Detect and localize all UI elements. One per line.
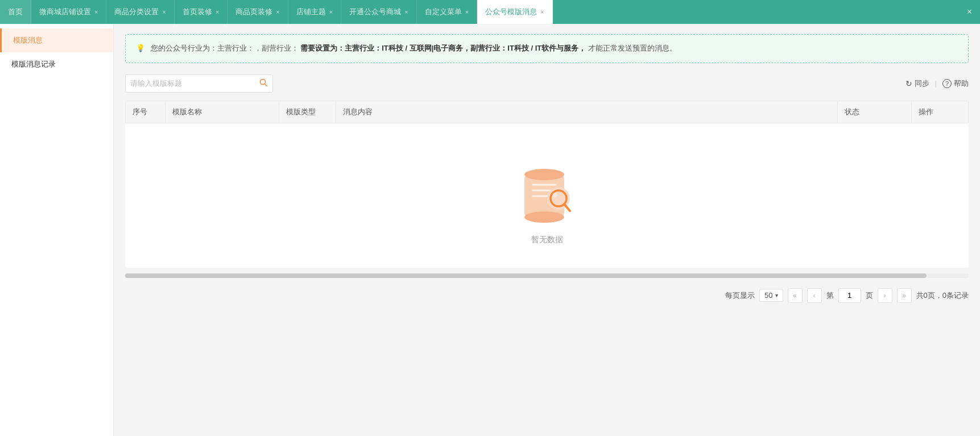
- col-header-op: 操作: [912, 101, 969, 123]
- nav-tab-custom-menu-label: 自定义菜单: [425, 7, 462, 17]
- scroll-track: [125, 273, 969, 278]
- nav-tab-home-decor[interactable]: 首页装修 ×: [175, 0, 228, 24]
- empty-text: 暂无数据: [126, 235, 969, 245]
- sync-label: 同步: [915, 78, 929, 89]
- col-header-content: 消息内容: [336, 101, 838, 123]
- nav-tab-category-settings-close[interactable]: ×: [162, 9, 166, 15]
- help-button[interactable]: ? 帮助: [942, 78, 969, 89]
- first-icon: «: [793, 292, 797, 300]
- data-table: 序号 模版名称 模版类型 消息内容 状态 操作: [125, 101, 969, 268]
- nav-tab-product-decor-label: 商品页装修: [235, 7, 272, 17]
- page-size-value: 50: [764, 291, 772, 300]
- nav-tab-store-theme[interactable]: 店铺主题 ×: [288, 0, 341, 24]
- nav-tab-store-settings[interactable]: 微商城店铺设置 ×: [31, 0, 106, 24]
- sidebar: 模版消息 模版消息记录: [0, 24, 114, 436]
- first-page-button[interactable]: «: [788, 288, 803, 303]
- search-input-wrap[interactable]: [125, 74, 273, 93]
- prev-icon: ‹: [813, 292, 816, 300]
- svg-point-12: [553, 193, 557, 197]
- search-input[interactable]: [130, 79, 257, 88]
- notice-box: 💡 您的公众号行业为：主营行业：，副营行业： 需要设置为：主营行业：IT科技 /…: [125, 34, 969, 63]
- nav-tab-category-settings[interactable]: 商品分类设置 ×: [106, 0, 174, 24]
- notice-prefix: 您的公众号行业为：主营行业：，副营行业：: [151, 44, 299, 52]
- help-icon: ?: [942, 79, 952, 88]
- svg-point-5: [524, 211, 564, 223]
- sync-icon: ↻: [905, 79, 912, 88]
- scroll-thumb: [125, 273, 927, 278]
- nav-tab-store-theme-label: 店铺主题: [296, 7, 326, 17]
- page-size-label: 每页显示: [725, 290, 755, 301]
- col-header-seq: 序号: [126, 101, 166, 123]
- nav-tab-open-mall-label: 开通公众号商城: [349, 7, 401, 17]
- svg-line-1: [265, 84, 267, 86]
- nav-tab-home-decor-label: 首页装修: [183, 7, 212, 17]
- page-prefix: 第: [826, 290, 834, 301]
- table-header-row: 序号 模版名称 模版类型 消息内容 状态 操作: [126, 101, 969, 123]
- last-icon: »: [902, 292, 906, 300]
- page-size-select[interactable]: 50 ▾: [759, 289, 783, 302]
- nav-tab-product-decor-close[interactable]: ×: [276, 9, 279, 15]
- notice-highlight: 需要设置为：主营行业：IT科技 / 互联网|电子商务，副营行业：IT科技 / I…: [300, 44, 586, 52]
- nav-tab-store-theme-close[interactable]: ×: [329, 9, 333, 15]
- toolbar-right: ↻ 同步 | ? 帮助: [905, 78, 969, 89]
- pagination-bar: 每页显示 50 ▾ « ‹ 第 页 › » 共0页，0条记录: [125, 280, 969, 305]
- top-nav: 首页 微商城店铺设置 × 商品分类设置 × 首页装修 × 商品页装修 × 店铺主…: [0, 0, 980, 24]
- next-page-button[interactable]: ›: [878, 288, 892, 303]
- next-icon: ›: [884, 292, 886, 300]
- col-header-status: 状态: [838, 101, 912, 123]
- nav-tab-template-msg-label: 公众号模版消息: [485, 7, 537, 17]
- content-area: 💡 您的公众号行业为：主营行业：，副营行业： 需要设置为：主营行业：IT科技 /…: [114, 24, 980, 436]
- page-unit: 页: [866, 290, 873, 301]
- search-bar: ↻ 同步 | ? 帮助: [125, 74, 969, 93]
- nav-tab-product-decor[interactable]: 商品页装修 ×: [228, 0, 288, 24]
- svg-point-4: [524, 169, 564, 180]
- empty-state: 暂无数据: [126, 123, 969, 268]
- close-all-button[interactable]: ×: [959, 7, 980, 17]
- notice-icon: 💡: [136, 44, 145, 52]
- nav-tab-open-mall-close[interactable]: ×: [404, 9, 408, 15]
- sync-button[interactable]: ↻ 同步: [905, 78, 929, 89]
- page-number-input[interactable]: [838, 288, 861, 303]
- nav-tab-open-mall[interactable]: 开通公众号商城 ×: [341, 0, 416, 24]
- nav-tab-category-settings-label: 商品分类设置: [114, 7, 159, 17]
- sidebar-item-template-msg-record-label: 模版消息记录: [11, 60, 56, 68]
- sidebar-item-template-msg-label: 模版消息: [13, 36, 43, 44]
- nav-tab-custom-menu[interactable]: 自定义菜单 ×: [417, 0, 477, 24]
- nav-tab-store-settings-close[interactable]: ×: [94, 9, 98, 15]
- sidebar-item-template-msg-record[interactable]: 模版消息记录: [0, 52, 113, 76]
- last-page-button[interactable]: »: [897, 288, 912, 303]
- page-total: 共0页，0条记录: [916, 290, 969, 301]
- sidebar-item-template-msg[interactable]: 模版消息: [0, 28, 113, 52]
- empty-state-row: 暂无数据: [126, 123, 969, 268]
- col-header-type: 模版类型: [279, 101, 336, 123]
- nav-tab-template-msg[interactable]: 公众号模版消息 ×: [477, 0, 552, 24]
- nav-tab-template-msg-close[interactable]: ×: [540, 9, 544, 15]
- nav-tab-home[interactable]: 首页: [0, 0, 31, 24]
- nav-tab-home-label: 首页: [8, 7, 23, 17]
- notice-suffix: 才能正常发送预置的消息。: [588, 44, 677, 52]
- col-header-name: 模版名称: [166, 101, 279, 123]
- prev-page-button[interactable]: ‹: [807, 288, 822, 303]
- nav-tab-store-settings-label: 微商城店铺设置: [39, 7, 91, 17]
- nav-tab-custom-menu-close[interactable]: ×: [465, 9, 469, 15]
- main-layout: 模版消息 模版消息记录 💡 您的公众号行业为：主营行业：，副营行业： 需要设置为…: [0, 24, 980, 436]
- empty-illustration: [513, 157, 581, 226]
- search-button[interactable]: [259, 78, 268, 89]
- chevron-down-icon: ▾: [775, 292, 778, 298]
- nav-tab-home-decor-close[interactable]: ×: [216, 9, 219, 15]
- help-label: 帮助: [954, 78, 969, 89]
- toolbar-divider: |: [935, 79, 937, 88]
